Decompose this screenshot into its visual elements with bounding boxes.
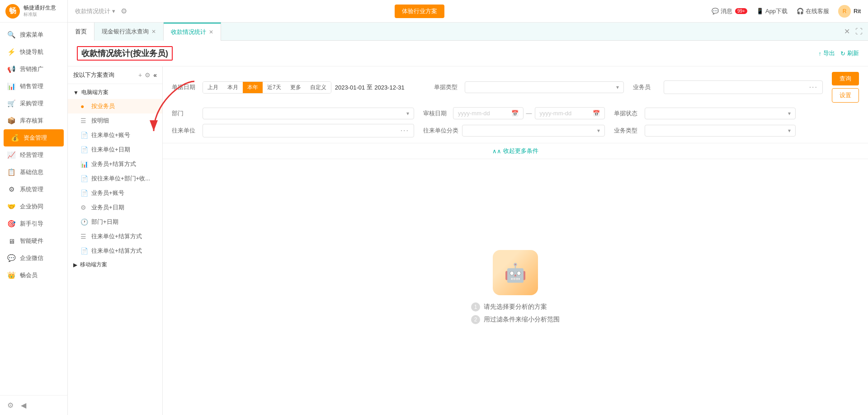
audit-start-input[interactable]: yyyy-mm-dd 📅 — [453, 107, 524, 119]
tab-bar-close-all-icon[interactable]: ✕ — [844, 27, 850, 36]
sidebar-nav: 🔍 搜索菜单 ⚡ 快捷导航 📢 营销推广 📊 销售管理 🛒 采购管理 📦 库存核… — [0, 23, 67, 395]
sidebar-item-purchase[interactable]: 🛒 采购管理 — [0, 95, 67, 112]
tab-bank-close-icon[interactable]: ✕ — [151, 28, 156, 35]
left-panel-actions: + ⚙ « — [138, 71, 157, 79]
page-header-actions: ↑ 导出 ↻ 刷新 — [819, 49, 859, 57]
filter-item-date: 单据日期 上月 本月 本年 近7天 更多 自定义 2023-01-01 — [172, 81, 425, 94]
breadcrumb: 收款情况统计 ▾ — [75, 7, 115, 15]
message-action[interactable]: 💬 消息 99+ — [712, 7, 747, 15]
unit-input[interactable]: ··· — [203, 124, 414, 137]
refresh-button[interactable]: ↻ 刷新 — [840, 49, 859, 57]
collapse-btn[interactable]: ∧∧ 收起更多条件 — [492, 147, 538, 155]
dept-dropdown[interactable]: ▾ — [203, 108, 414, 119]
tree-item-dept-date[interactable]: 🕐 部门+日期 — [68, 215, 162, 229]
sidebar-item-basic[interactable]: 📋 基础信息 — [0, 164, 67, 181]
wechat-icon: 💬 — [7, 254, 15, 262]
tab-bar-expand-icon[interactable]: ⛶ — [855, 28, 863, 36]
topbar-gear-icon[interactable]: ⚙ — [121, 7, 127, 15]
staff-input[interactable]: ··· — [664, 80, 823, 94]
staff-more-icon[interactable]: ··· — [809, 83, 818, 91]
date-tab-this-year[interactable]: 本年 — [243, 82, 263, 93]
doc-type-dropdown[interactable]: ▾ — [465, 81, 624, 93]
sidebar-item-marketing[interactable]: 📢 营销推广 — [0, 61, 67, 78]
tree-item-staff-account[interactable]: 📄 业务员+账号 — [68, 186, 162, 200]
footer-settings-icon[interactable]: ⚙ — [7, 401, 14, 410]
calendar-start-icon[interactable]: 📅 — [511, 110, 519, 117]
unit-more-icon[interactable]: ··· — [401, 127, 409, 135]
tree-item-label: 往来单位+日期 — [91, 146, 130, 154]
sidebar-item-sales[interactable]: 📊 销售管理 — [0, 78, 67, 95]
user-avatar: R — [838, 5, 851, 18]
sidebar-item-operation[interactable]: 📈 经营管理 — [0, 146, 67, 164]
tab-receipt[interactable]: 收款情况统计 ✕ — [164, 23, 221, 41]
sidebar-item-system[interactable]: ⚙ 系统管理 — [0, 181, 67, 198]
date-tab-last-7[interactable]: 近7天 — [263, 82, 286, 93]
export-icon: ↑ — [819, 50, 822, 57]
date-tab-more[interactable]: 更多 — [286, 82, 306, 93]
tree-item-unit-dept[interactable]: 📄 按往来单位+部门+收... — [68, 171, 162, 186]
filter-item-unit: 往来单位 ··· — [172, 124, 414, 137]
member-icon: 👑 — [7, 271, 15, 279]
tab-bank[interactable]: 现金银行流水查询 ✕ — [94, 23, 164, 41]
sidebar-item-inventory[interactable]: 📦 库存核算 — [0, 112, 67, 129]
hint-2-text: 用过滤条件来缩小分析范围 — [484, 316, 560, 324]
doc-status-dropdown[interactable]: ▾ — [645, 108, 796, 119]
date-start: 2023-01-01 — [335, 84, 365, 91]
tree-item-unit-settle2[interactable]: 📄 往来单位+结算方式 — [68, 244, 162, 258]
desktop-group-title[interactable]: ▼ 电脑端方案 — [68, 86, 162, 99]
user-area[interactable]: R Rit — [838, 5, 861, 18]
tab-bank-label: 现金银行流水查询 — [102, 28, 149, 36]
tree-item-by-detail[interactable]: ☰ 按明细 — [68, 113, 162, 128]
tree-item-label: 往来单位+结算方式 — [91, 232, 142, 241]
sidebar-item-hardware[interactable]: 🖥 智能硬件 — [0, 232, 67, 250]
biz-type-chevron-icon: ▾ — [788, 127, 791, 134]
unit-dept-icon: 📄 — [80, 175, 89, 182]
add-scheme-icon[interactable]: + — [138, 71, 142, 79]
date-tab-custom[interactable]: 自定义 — [306, 82, 331, 93]
main-area: 收款情况统计 ▾ ⚙ 体验行业方案 💬 消息 99+ 📱 App下载 🎧 在线客… — [68, 0, 868, 415]
tree-item-by-staff[interactable]: ● 按业务员 — [68, 99, 162, 113]
date-dash: — — [526, 110, 532, 117]
hardware-icon: 🖥 — [7, 237, 15, 245]
sidebar-item-search[interactable]: 🔍 搜索菜单 — [0, 26, 67, 43]
tree-item-staff-settle[interactable]: 📊 业务员+结算方式 — [68, 157, 162, 171]
audit-end-input[interactable]: yyyy-mm-dd 📅 — [535, 107, 605, 119]
filter-item-staff: 业务员 ··· — [633, 80, 823, 94]
tree-item-unit-settle1[interactable]: ☰ 往来单位+结算方式 — [68, 229, 162, 244]
tree-item-unit-account[interactable]: 📄 往来单位+账号 — [68, 128, 162, 142]
quick-nav-icon: ⚡ — [7, 48, 15, 56]
sidebar-item-wechat[interactable]: 💬 企业微信 — [0, 250, 67, 267]
sidebar-item-fund[interactable]: 💰 资金管理 — [4, 129, 64, 146]
biz-type-label: 业务类型 — [614, 127, 641, 135]
sidebar-item-quick-nav[interactable]: ⚡ 快捷导航 — [0, 43, 67, 61]
purchase-icon: 🛒 — [7, 99, 15, 108]
left-panel: 按以下方案查询 + ⚙ « ▼ 电脑端方案 ● — [68, 66, 163, 415]
app-download-action[interactable]: 📱 App下载 — [756, 7, 788, 15]
service-action[interactable]: 🎧 在线客服 — [797, 7, 829, 15]
tree-item-staff-date[interactable]: ⚙ 业务员+日期 — [68, 200, 162, 215]
hint-1-text: 请先选择要分析的方案 — [484, 303, 547, 311]
sidebar-item-member[interactable]: 👑 畅会员 — [0, 267, 67, 284]
footer-collapse-icon[interactable]: ◀ — [21, 401, 26, 410]
sidebar-item-enterprise[interactable]: 🤝 企业协同 — [0, 198, 67, 215]
sidebar-item-guide[interactable]: 🎯 新手引导 — [0, 215, 67, 232]
tree-item-label: 业务员+日期 — [91, 203, 124, 212]
tree-item-unit-date[interactable]: 📄 往来单位+日期 — [68, 142, 162, 157]
export-button[interactable]: ↑ 导出 — [819, 49, 835, 57]
settings-button[interactable]: 设置 — [832, 88, 859, 103]
unit-type-dropdown[interactable]: ▾ — [462, 125, 605, 137]
scheme-settings-icon[interactable]: ⚙ — [145, 71, 151, 79]
sidebar-item-label: 基础信息 — [20, 168, 43, 176]
sidebar-item-label: 营销推广 — [20, 65, 43, 73]
breadcrumb-text: 收款情况统计 — [75, 7, 110, 15]
trial-button[interactable]: 体验行业方案 — [395, 5, 444, 18]
calendar-end-icon[interactable]: 📅 — [593, 110, 600, 117]
date-tab-last-month[interactable]: 上月 — [203, 82, 223, 93]
mobile-group-title[interactable]: ▶ 移动端方案 — [68, 258, 162, 271]
date-tab-this-month[interactable]: 本月 — [223, 82, 243, 93]
tab-home[interactable]: 首页 — [68, 23, 94, 41]
query-button[interactable]: 查询 — [832, 72, 859, 85]
collapse-panel-icon[interactable]: « — [153, 71, 157, 79]
biz-type-dropdown[interactable]: ▾ — [645, 125, 796, 137]
tab-receipt-close-icon[interactable]: ✕ — [209, 29, 213, 35]
